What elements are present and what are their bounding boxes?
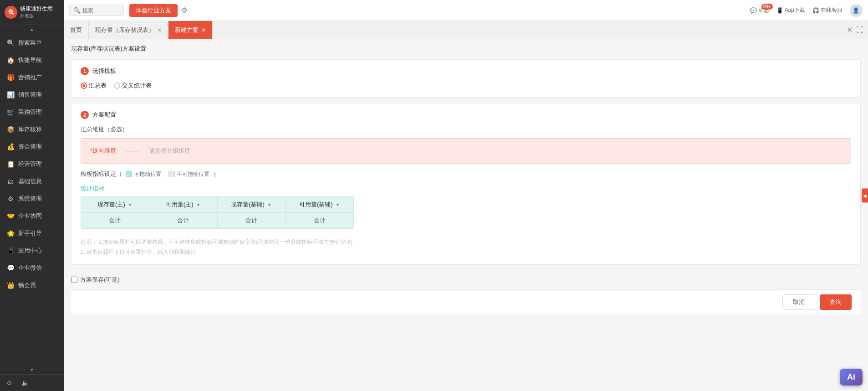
sidebar-item-label: 系统管理 [18, 195, 42, 203]
gear-icon[interactable]: ⚙ [181, 6, 188, 15]
sidebar-item-guide[interactable]: 🌟 新手引导 [0, 225, 64, 242]
cancel-button[interactable]: 取消 [782, 294, 815, 310]
stats-col-header-1[interactable]: 可用量(主) ▼ [149, 197, 217, 213]
stats-col-header-3[interactable]: 可用量(基辅) ▼ [286, 197, 353, 213]
gift-icon: 🎁 [6, 73, 15, 82]
query-button[interactable]: 查询 [820, 294, 852, 310]
sidebar-nav: 🔍 搜索菜单 🏠 快捷导航 🎁 营销推广 📊 销售管理 🛒 采购管理 📦 库存核… [0, 34, 64, 365]
sidebar-item-inventory[interactable]: 📦 库存核算 [0, 121, 64, 138]
system-icon: ⚙ [6, 195, 15, 203]
stats-table-header: 现存量(主) ▼ 合计 可用量(主) ▼ 合计 [81, 197, 353, 228]
sidebar-item-wechat[interactable]: 💬 企业微信 [0, 259, 64, 277]
page-title: 现存量(库存状况表)方案设置 [71, 45, 861, 53]
finance-icon: 💰 [6, 143, 15, 151]
app-download-btn[interactable]: 📱 App下载 [776, 6, 805, 14]
sidebar-item-finance[interactable]: 💰 资金管理 [0, 138, 64, 155]
legend-non-draggable-box [168, 171, 175, 177]
close-icon[interactable]: ✕ [847, 26, 853, 34]
topbar-right: 💬 消息 99+ 📱 App下载 🎧 在线客服 👤 [750, 4, 863, 17]
stats-col-2: 现存量(基辅) ▼ 合计 [218, 197, 286, 228]
legend-draggable-label: 可拖动位置 [134, 170, 161, 178]
operations-icon: 📋 [6, 160, 15, 168]
sidebar-scroll-down[interactable]: ▼ [0, 365, 64, 374]
dimension-area[interactable]: *纵向维度 —— 请选择分组维度 [81, 138, 851, 164]
sidebar: 兔 畅康通好生意 标准版 ▲ 🔍 搜索菜单 🏠 快捷导航 🎁 营销推广 📊 销售… [0, 0, 64, 391]
industry-btn[interactable]: 体验行业方案 [129, 4, 178, 17]
sidebar-footer: ⚙ 🔈 [0, 374, 64, 391]
radio-dot-summary [81, 82, 87, 89]
sidebar-item-label: 新手引导 [18, 229, 42, 237]
tips: 提示： 1.拖动标题栏可以调整布局，不可跨维度或指标区域拖动栏目字段(只能在同一… [81, 237, 851, 257]
template-indicators: 模板指标设定（ 可拖动位置 不可拖动位置 ） [81, 170, 851, 257]
sidebar-item-marketing[interactable]: 🎁 营销推广 [0, 69, 64, 86]
sidebar-item-quick-nav[interactable]: 🏠 快捷导航 [0, 51, 64, 69]
stats-col-header-0[interactable]: 现存量(主) ▼ [81, 197, 149, 213]
tab-new-scheme[interactable]: 新建方案 ✕ [168, 21, 213, 39]
stats-col-3: 可用量(基辅) ▼ 合计 [286, 197, 353, 228]
ai-badge[interactable]: Ai [840, 369, 863, 386]
settings-icon[interactable]: ⚙ [6, 379, 12, 386]
stats-section: 统计指标 现存量(主) ▼ 合计 [81, 185, 851, 230]
sidebar-item-label: 基础信息 [18, 177, 42, 185]
sidebar-item-app-center[interactable]: 📱 应用中心 [0, 242, 64, 259]
radio-summary[interactable]: 汇总表 [81, 82, 107, 90]
stats-col-label-0: 现存量(主) [97, 201, 125, 209]
tab-inventory-status[interactable]: 现存量（库存状况表） ✕ [89, 21, 168, 39]
service-btn[interactable]: 🎧 在线客服 [812, 6, 842, 14]
sidebar-item-purchase[interactable]: 🛒 采购管理 [0, 103, 64, 121]
app-label: App下载 [785, 6, 805, 14]
sidebar-item-label: 营销推广 [18, 73, 42, 82]
tabbar-expand[interactable]: ✕ ⛶ [842, 26, 868, 34]
right-collapse[interactable]: ◀ [862, 189, 868, 203]
sidebar-item-system[interactable]: ⚙ 系统管理 [0, 190, 64, 207]
expand-icon[interactable]: ⛶ [856, 26, 863, 34]
sidebar-item-sales[interactable]: 📊 销售管理 [0, 86, 64, 103]
indicators-label: 模板指标设定（ 可拖动位置 不可拖动位置 ） [81, 170, 851, 178]
radio-cross[interactable]: 交叉统计表 [114, 82, 152, 90]
sidebar-scroll-up[interactable]: ▲ [0, 25, 64, 34]
dim-field-label: 汇总维度（必选） [81, 125, 851, 134]
sidebar-item-label: 经营管理 [18, 160, 42, 168]
indicator-legend: 可拖动位置 不可拖动位置 [126, 170, 209, 178]
stats-col-value-1: 合计 [149, 213, 217, 228]
sidebar-item-cooperation[interactable]: 🤝 企业协同 [0, 207, 64, 225]
sidebar-item-search-menu[interactable]: 🔍 搜索菜单 [0, 34, 64, 51]
chevron-0[interactable]: ▼ [128, 202, 133, 207]
sidebar-item-label: 资金管理 [18, 143, 42, 151]
app-center-icon: 📱 [6, 247, 15, 255]
stats-table: 现存量(主) ▼ 合计 可用量(主) ▼ 合计 [81, 196, 354, 229]
message-btn[interactable]: 💬 消息 99+ [750, 6, 769, 14]
search-input[interactable] [82, 7, 119, 14]
chevron-1[interactable]: ▼ [196, 202, 201, 207]
search-box[interactable]: 🔍 [69, 5, 124, 16]
section1-card: 1 选择模板 汇总表 交叉统计表 [71, 59, 861, 98]
tab-home[interactable]: 首页 [64, 21, 89, 39]
sidebar-item-label: 企业协同 [18, 212, 42, 220]
tab-close-inventory[interactable]: ✕ [157, 27, 162, 33]
legend-non-draggable: 不可拖动位置 [168, 170, 209, 178]
legend-close: ） [213, 170, 219, 178]
section2-title: 方案配置 [92, 111, 116, 119]
stats-col-label-2: 现存量(基辅) [231, 201, 265, 209]
sidebar-item-basic-info[interactable]: 🗂 基础信息 [0, 173, 64, 190]
chevron-3[interactable]: ▼ [336, 202, 340, 207]
sidebar-logo: 兔 畅康通好生意 标准版 [0, 0, 64, 25]
tab-close-new-scheme[interactable]: ✕ [201, 27, 206, 33]
user-avatar[interactable]: 👤 [850, 4, 863, 17]
service-label: 在线客服 [821, 6, 842, 14]
sidebar-item-member[interactable]: 👑 畅会员 [0, 277, 64, 294]
stats-col-header-2[interactable]: 现存量(基辅) ▼ [218, 197, 286, 213]
template-radio-group: 汇总表 交叉统计表 [81, 82, 851, 90]
sidebar-item-label: 应用中心 [18, 247, 42, 255]
section2-num: 2 [81, 111, 89, 119]
dim-placeholder: 请选择分组维度 [149, 147, 190, 155]
tab-home-label: 首页 [70, 26, 82, 34]
sound-icon[interactable]: 🔈 [21, 379, 29, 386]
sidebar-item-operations[interactable]: 📋 经营管理 [0, 155, 64, 173]
cooperation-icon: 🤝 [6, 212, 15, 220]
save-label: 方案保存(可选) [80, 276, 120, 284]
save-checkbox[interactable] [71, 277, 77, 283]
chevron-2[interactable]: ▼ [267, 202, 272, 207]
search-menu-icon: 🔍 [6, 39, 15, 47]
section1-title: 选择模板 [92, 67, 116, 75]
